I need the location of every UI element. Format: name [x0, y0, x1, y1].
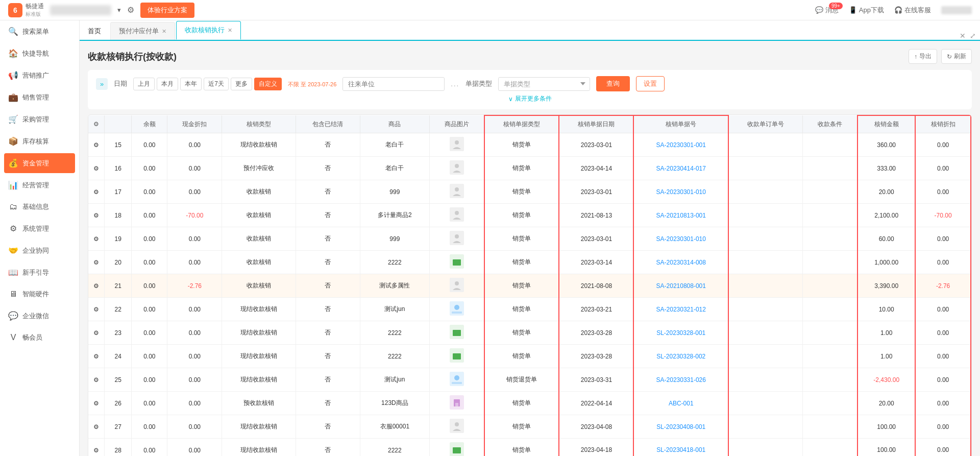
table-scroll[interactable]: ⚙ 余额 现金折扣 核销类型 包含已结清 商品 商品图片 核销单据类型 核销单据…	[88, 115, 971, 456]
table-row: ⚙ 27 0.00 0.00 现结收款核销 否 衣服00001 销货单 2023…	[88, 415, 971, 439]
filter-settings-btn[interactable]: 设置	[636, 76, 665, 91]
sidebar-item-marketing[interactable]: 📢 营销推广	[0, 64, 79, 86]
bill-no-link[interactable]: SA-20210813-001	[656, 212, 706, 219]
export-btn[interactable]: ↑ 导出	[909, 49, 937, 64]
bill-no-link[interactable]: SA-20230301-010	[656, 188, 706, 196]
cell-settings[interactable]: ⚙	[88, 415, 105, 439]
cell-settings[interactable]: ⚙	[88, 274, 105, 298]
date-btn-this-month[interactable]: 本月	[157, 78, 178, 90]
bill-no-link[interactable]: SA-20230301-001	[656, 141, 706, 149]
sidebar-item-hardware[interactable]: 🖥 智能硬件	[0, 283, 79, 305]
cell-included-settled: 否	[296, 392, 360, 415]
bill-no-link[interactable]: SA-20230331-026	[656, 376, 706, 383]
expand-filter-btn[interactable]: »	[96, 78, 108, 90]
sidebar-item-sales[interactable]: 💼 销售管理	[0, 86, 79, 108]
cell-settings[interactable]: ⚙	[88, 321, 105, 345]
cell-goods-img	[429, 345, 484, 368]
cell-cancel-type: 收款核销	[222, 180, 296, 204]
date-btn-custom[interactable]: 自定义	[254, 78, 282, 90]
bill-no-link[interactable]: SA-20230321-012	[656, 306, 706, 313]
bill-no-link[interactable]: ABC-001	[669, 400, 694, 407]
member-icon: V	[8, 333, 18, 342]
cell-cancel-discount: 0.00	[915, 439, 971, 457]
date-btn-last-month[interactable]: 上月	[133, 78, 155, 90]
date-btn-this-year[interactable]: 本年	[180, 78, 202, 90]
bill-no-link[interactable]: SA-20230414-017	[656, 165, 706, 172]
sidebar-label-hardware: 智能硬件	[22, 290, 49, 299]
cell-cancel-type: 现结收款核销	[222, 298, 296, 321]
sidebar-item-finance[interactable]: 💰 资金管理	[4, 153, 75, 173]
tab-prepay-close[interactable]: ✕	[162, 28, 166, 35]
svg-rect-18	[453, 330, 461, 336]
col-settings[interactable]: ⚙	[88, 115, 105, 133]
cell-cancel-bill-date: 2023-04-14	[559, 157, 633, 180]
counterpart-input[interactable]	[342, 77, 445, 91]
cell-settings[interactable]: ⚙	[88, 227, 105, 251]
cell-balance: 0.00	[132, 157, 167, 180]
bill-no-link[interactable]: SL-20230328-001	[656, 329, 705, 337]
query-btn[interactable]: 查询	[596, 76, 630, 91]
finance-icon: 💰	[8, 158, 18, 168]
cell-receipt-condition	[802, 251, 857, 274]
cell-settings[interactable]: ⚙	[88, 133, 105, 157]
bill-no-link[interactable]: SL-20230418-001	[656, 446, 705, 453]
cell-settings[interactable]: ⚙	[88, 439, 105, 457]
bill-no-link[interactable]: SA-20230314-008	[656, 259, 706, 266]
cell-settings[interactable]: ⚙	[88, 180, 105, 204]
online-support-item[interactable]: 🎧 在线客服	[894, 6, 931, 15]
cell-cancel-bill-type: 销货单	[484, 392, 559, 415]
sidebar-item-guide[interactable]: 📖 新手引导	[0, 261, 79, 283]
tab-bar-actions: ✕ ⤢	[960, 32, 980, 40]
company-dropdown-icon[interactable]: ▾	[117, 6, 121, 14]
refresh-btn[interactable]: ↻ 刷新	[941, 49, 972, 64]
trial-btn[interactable]: 体验行业方案	[140, 3, 194, 18]
cell-settings[interactable]: ⚙	[88, 204, 105, 227]
cell-receipt-order-no	[728, 157, 802, 180]
bill-no-link[interactable]: SL-20230328-002	[656, 353, 705, 360]
cell-receipt-condition	[802, 227, 857, 251]
date-btn-7days[interactable]: 近7天	[204, 78, 229, 90]
bill-no-link[interactable]: SL-20230408-001	[656, 423, 705, 430]
sidebar-item-inventory[interactable]: 📦 库存核算	[0, 130, 79, 152]
tab-maximize-btn[interactable]: ⤢	[970, 32, 976, 40]
cell-settings[interactable]: ⚙	[88, 392, 105, 415]
bill-no-link[interactable]: SA-20230301-010	[656, 235, 706, 243]
cell-seq: 19	[105, 227, 132, 251]
cell-goods-img	[429, 439, 484, 457]
cell-seq: 15	[105, 133, 132, 157]
tab-home[interactable]: 首页	[80, 22, 109, 40]
bill-no-link[interactable]: SA-20210808-001	[656, 282, 706, 290]
cell-settings[interactable]: ⚙	[88, 251, 105, 274]
cell-goods-img	[429, 180, 484, 204]
sidebar-item-basic[interactable]: 🗂 基础信息	[0, 196, 79, 218]
cell-cancel-bill-date: 2023-03-14	[559, 251, 633, 274]
col-cancel-type: 核销类型	[222, 115, 296, 133]
cell-settings[interactable]: ⚙	[88, 345, 105, 368]
sidebar-item-quicknav[interactable]: 🏠 快捷导航	[0, 42, 79, 64]
app-icon: 📱	[849, 6, 857, 14]
tab-prepay[interactable]: 预付冲应付单 ✕	[110, 22, 175, 40]
cell-goods-img	[429, 133, 484, 157]
operations-icon: 📊	[8, 180, 18, 190]
cell-settings[interactable]: ⚙	[88, 368, 105, 392]
settings-icon[interactable]: ⚙	[127, 5, 134, 15]
tab-collection[interactable]: 收款核销执行 ✕	[176, 21, 241, 40]
receipt-type-select[interactable]: 单据类型	[498, 77, 590, 91]
cell-settings[interactable]: ⚙	[88, 157, 105, 180]
sidebar-item-search[interactable]: 🔍 搜索菜单	[0, 20, 79, 42]
sidebar-item-purchase[interactable]: 🛒 采购管理	[0, 108, 79, 130]
sidebar-item-enterprise[interactable]: 🤝 企业协同	[0, 239, 79, 261]
tab-close-btn[interactable]: ✕	[960, 32, 966, 40]
tab-collection-close[interactable]: ✕	[228, 27, 232, 34]
messages-item[interactable]: 💬 消息 99+	[815, 6, 839, 15]
app-download-item[interactable]: 📱 App下载	[849, 6, 884, 15]
cell-receipt-condition	[802, 298, 857, 321]
sidebar-item-system[interactable]: ⚙ 系统管理	[0, 218, 79, 239]
svg-point-3	[455, 164, 459, 168]
sidebar-item-operations[interactable]: 📊 经营管理	[0, 174, 79, 196]
sidebar-item-member[interactable]: V 畅会员	[0, 327, 79, 348]
sidebar-item-wechat[interactable]: 💬 企业微信	[0, 305, 79, 327]
expand-more-btn[interactable]: ∨ 展开更多条件	[508, 94, 552, 103]
date-btn-more[interactable]: 更多	[231, 78, 252, 90]
cell-settings[interactable]: ⚙	[88, 298, 105, 321]
